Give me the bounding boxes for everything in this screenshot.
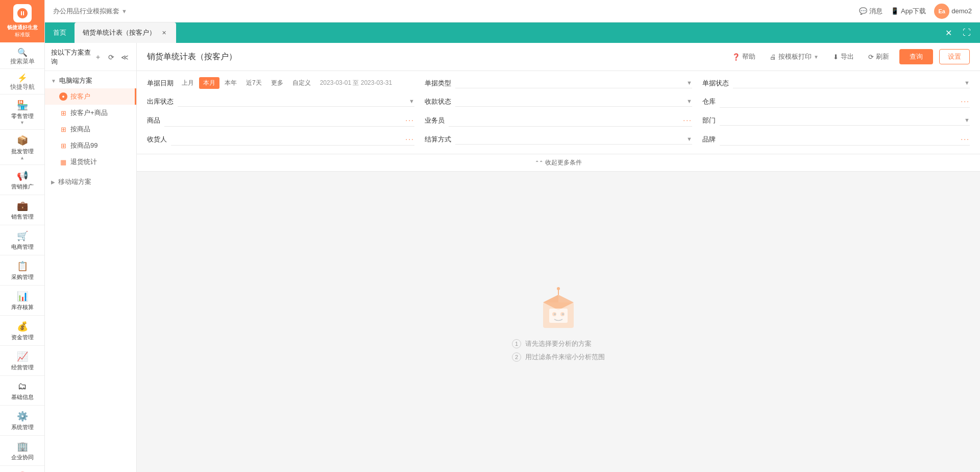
doc-status-control[interactable]: ▼ [733, 78, 970, 88]
app-logo: 畅捷通好生意 标准版 [0, 0, 45, 42]
doc-type-label: 单据类型 [425, 79, 451, 88]
user-menu[interactable]: Ea demo2 [934, 4, 972, 19]
scheme-add-btn[interactable]: ＋ [92, 52, 104, 63]
out-status-control[interactable]: ▼ [178, 96, 414, 107]
refresh-btn[interactable]: ⟳ 刷新 [864, 50, 893, 63]
scheme-item-by-customer[interactable]: ● 按客户 [45, 88, 136, 105]
date-tab-more[interactable]: 更多 [267, 77, 287, 89]
sidebar-item-basic[interactable]: 🗂 基础信息 [0, 376, 44, 406]
filter-out-status: 出库状态 ▼ [147, 96, 414, 107]
topbar-right: 💬 消息 📱 App下载 Ea demo2 [859, 4, 972, 19]
export-btn[interactable]: ⬇ 导出 [829, 50, 858, 63]
receiver-control[interactable]: ··· [171, 133, 414, 146]
tab-sales-stat[interactable]: 销货单统计表（按客户） ✕ [75, 22, 176, 43]
collapse-up-icon: ⌃⌃ [535, 160, 543, 166]
scheme-item-by-customer-goods[interactable]: ⊞ 按客户+商品 [45, 105, 136, 121]
scheme-item-return-stat[interactable]: ▦ 退货统计 [45, 154, 136, 170]
page-header: 销货单统计表（按客户） ❓ 帮助 🖨 按模板打印 ▼ ⬇ [137, 43, 980, 71]
scheme-group-mobile-title[interactable]: ▶ 移动端方案 [45, 174, 136, 190]
template-print-btn[interactable]: 🖨 按模板打印 ▼ [766, 50, 823, 63]
sidebar-item-newbie[interactable]: 🎯 新手引导 [0, 466, 44, 472]
app-sub: 标准版 [15, 31, 30, 38]
tab-close-button[interactable]: ✕ [160, 29, 168, 37]
doc-type-control[interactable]: ▼ [455, 78, 692, 88]
search-menu-item[interactable]: 🔍 搜索菜单 [0, 42, 44, 69]
date-tab-last-month[interactable]: 上月 [178, 77, 198, 89]
salesperson-control[interactable]: ··· [449, 114, 692, 127]
filter-brand: 品牌 ··· [702, 133, 970, 146]
operation-icon: 📈 [17, 351, 28, 362]
filter-payment-status: 收款状态 ▼ [425, 96, 692, 107]
sidebar-item-ecommerce[interactable]: 🛒 电商管理 [0, 225, 44, 255]
date-tab-this-month[interactable]: 本月 [199, 77, 219, 89]
sales-icon: 💼 [17, 200, 28, 211]
date-tab-last7[interactable]: 近7天 [242, 77, 266, 89]
goods-scheme-icon: ⊞ [59, 125, 67, 133]
main-panel: 销货单统计表（按客户） ❓ 帮助 🖨 按模板打印 ▼ ⬇ [137, 43, 980, 472]
sidebar-item-system[interactable]: ⚙️ 系统管理 [0, 406, 44, 436]
wholesale-icon: 📦 [17, 135, 28, 146]
group-expand-icon: ▼ [51, 78, 56, 84]
sidebar-item-retail[interactable]: 🏪 零售管理 ▼ [0, 95, 44, 130]
date-tab-custom[interactable]: 自定义 [288, 77, 315, 89]
scheme-actions: ＋ ⟳ ≪ [92, 52, 130, 63]
empty-tip-1: 1 请先选择要分析的方案 [512, 339, 605, 348]
tip-text-2: 用过滤条件来缩小分析范围 [525, 352, 605, 362]
tip-text-1: 请先选择要分析的方案 [525, 339, 592, 348]
sidebar-item-sales[interactable]: 💼 销售管理 [0, 195, 44, 225]
quick-nav-item[interactable]: ⚡ 快捷导航 [0, 69, 44, 95]
svg-marker-2 [543, 295, 558, 302]
return-stat-scheme-icon: ▦ [59, 158, 67, 166]
settings-btn[interactable]: 设置 [939, 49, 970, 64]
warehouse-control[interactable]: ··· [720, 95, 970, 108]
date-tab-this-year[interactable]: 本年 [220, 77, 241, 89]
svg-point-7 [562, 313, 564, 315]
department-control[interactable]: ▼ [720, 115, 970, 126]
sidebar-item-purchase[interactable]: 📋 采购管理 [0, 255, 44, 286]
industry-name: 办公用品行业模拟账套 [53, 7, 119, 16]
query-btn[interactable]: 查询 [899, 49, 933, 64]
tab-close-all-button[interactable]: ✕ [941, 26, 955, 40]
sidebar-item-marketing[interactable]: 📢 营销推广 [0, 165, 44, 195]
brand-control[interactable]: ··· [720, 133, 970, 146]
scheme-refresh-btn[interactable]: ⟳ [106, 52, 117, 63]
department-chevron: ▼ [964, 117, 970, 123]
sidebar-item-operation[interactable]: 📈 经营管理 [0, 346, 44, 376]
tab-home-label: 首页 [53, 28, 66, 37]
retail-icon: 🏪 [17, 100, 28, 111]
tab-home[interactable]: 首页 [45, 22, 75, 43]
doc-type-chevron: ▼ [687, 80, 692, 86]
tab-sales-stat-label: 销货单统计表（按客户） [83, 28, 156, 37]
out-status-chevron: ▼ [409, 98, 414, 104]
export-icon: ⬇ [833, 53, 839, 61]
message-btn[interactable]: 💬 消息 [859, 7, 883, 16]
quick-nav-label: 快捷导航 [10, 83, 35, 91]
settlement-control[interactable]: ▼ [455, 134, 692, 145]
logo-icon [13, 4, 32, 22]
scheme-item-by-goods-99[interactable]: ⊞ 按商品99 [45, 137, 136, 154]
scheme-collapse-btn[interactable]: ≪ [119, 52, 130, 63]
industry-selector[interactable]: 办公用品行业模拟账套 ▼ [53, 7, 127, 16]
goods-control[interactable]: ··· [164, 114, 414, 127]
app-download-btn[interactable]: 📱 App下载 [891, 7, 926, 16]
sidebar-item-finance[interactable]: 💰 资金管理 [0, 316, 44, 346]
tab-expand-button[interactable]: ⛶ [960, 26, 974, 40]
scheme-item-by-goods[interactable]: ⊞ 按商品 [45, 121, 136, 137]
payment-status-control[interactable]: ▼ [455, 96, 692, 107]
empty-state: 1 请先选择要分析的方案 2 用过滤条件来缩小分析范围 [137, 172, 980, 472]
out-status-label: 出库状态 [147, 97, 174, 106]
tabs-bar: 首页 销货单统计表（按客户） ✕ ✕ ⛶ [45, 22, 980, 43]
filter-date: 单据日期 上月 本月 本年 近7天 更多 自定义 2023-03-01 至 20… [147, 77, 414, 89]
help-btn[interactable]: ❓ 帮助 [728, 50, 760, 63]
system-icon: ⚙️ [17, 411, 28, 422]
filter-warehouse: 仓库 ··· [702, 95, 970, 108]
collapse-bar[interactable]: ⌃⌃ 收起更多条件 [137, 154, 980, 172]
scheme-group-desktop-title[interactable]: ▼ 电脑端方案 [45, 73, 136, 88]
sidebar-item-enterprise[interactable]: 🏢 企业协同 [0, 436, 44, 466]
group-desktop-label: 电脑端方案 [59, 76, 92, 85]
warehouse-label: 仓库 [702, 97, 716, 106]
sidebar-item-wholesale[interactable]: 📦 批发管理 ▲ [0, 130, 44, 165]
app-download-label: App下载 [901, 7, 926, 16]
sidebar-item-inventory[interactable]: 📊 库存核算 [0, 286, 44, 316]
receiver-dots: ··· [405, 135, 414, 143]
